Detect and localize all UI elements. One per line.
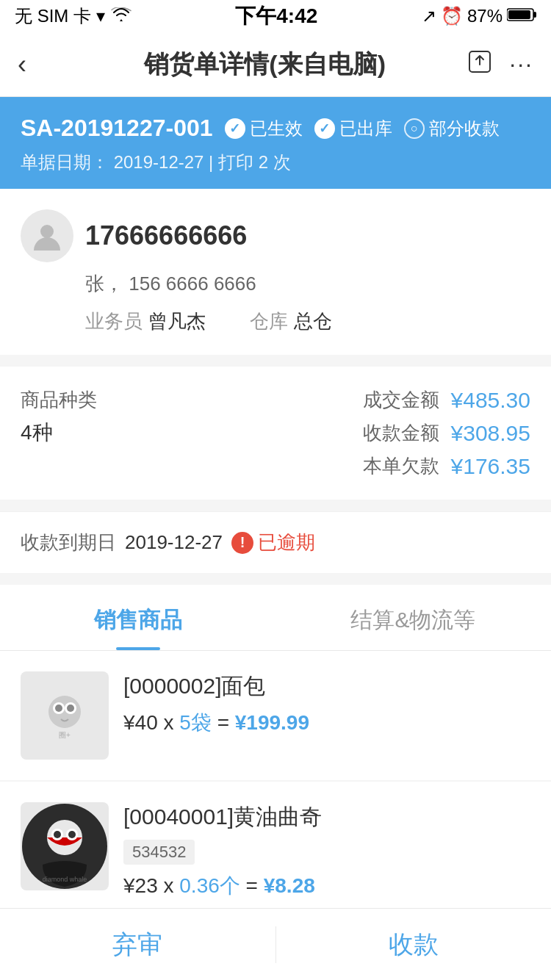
tab-settlement[interactable]: 结算&物流等 <box>276 585 551 650</box>
battery-text: 87% <box>467 6 503 26</box>
status-text-1: 已生效 <box>250 117 303 140</box>
deal-amount-row: 成交金额 ¥485.30 <box>363 387 530 413</box>
received-amount-row: 收款金额 ¥308.95 <box>363 420 530 446</box>
received-amount-label: 收款金额 <box>363 420 439 446</box>
battery-icon <box>507 6 536 26</box>
sim-text: 无 SIM 卡 ▾ <box>15 4 105 28</box>
warehouse-meta: 仓库 总仓 <box>250 309 332 334</box>
status-badge-active: ✓ 已生效 <box>225 117 303 140</box>
product-image-2: diamond whale <box>21 802 109 890</box>
product-types-value: 4种 <box>21 419 97 447</box>
wifi-icon <box>111 6 132 26</box>
product-qty-2: 0.36个 <box>179 874 240 897</box>
received-amount-value: ¥308.95 <box>451 421 530 446</box>
customer-row: 17666666666 <box>21 209 530 262</box>
order-date-row: 单据日期： 2019-12-27 | 打印 2 次 <box>21 151 530 174</box>
customer-avatar <box>21 209 73 262</box>
product-total-2: ¥8.28 <box>264 874 315 897</box>
debt-amount-label: 本单欠款 <box>363 453 439 479</box>
alarm-icon: ⏰ <box>441 6 463 26</box>
debt-amount-row: 本单欠款 ¥176.35 <box>363 453 530 479</box>
status-left: 无 SIM 卡 ▾ <box>15 4 132 28</box>
sales-label: 业务员 <box>85 309 143 334</box>
sales-name: 曾凡杰 <box>148 309 206 334</box>
product-name-1: [0000002]面包 <box>123 671 530 702</box>
product-item-1: 圈+ [0000002]面包 ¥40 x 5袋 = ¥199.99 <box>0 651 551 780</box>
cancel-button[interactable]: 弃审 <box>0 909 276 980</box>
product-name-2: [00040001]黄油曲奇 <box>123 802 530 832</box>
order-id: SA-20191227-001 <box>21 115 213 142</box>
overdue-badge: ! 已逾期 <box>231 530 315 555</box>
svg-rect-2 <box>508 10 530 19</box>
svg-point-8 <box>55 705 62 712</box>
check-icon-1: ✓ <box>225 118 245 139</box>
nav-bar: ‹ 销货单详情(来自电脑) ··· <box>0 32 551 97</box>
product-item-2: diamond whale [00040001]黄油曲奇 534532 ¥23 … <box>0 782 551 920</box>
order-header: SA-20191227-001 ✓ 已生效 ✓ 已出库 ○ 部分收款 单据日期：… <box>0 97 551 189</box>
svg-point-5 <box>48 696 81 728</box>
customer-name: 17666666666 <box>85 220 247 251</box>
product-types-label: 商品种类 <box>21 387 97 413</box>
product-list: 圈+ [0000002]面包 ¥40 x 5袋 = ¥199.99 <box>0 651 551 920</box>
check-icon-2: ✓ <box>314 118 335 139</box>
product-info-2: [00040001]黄油曲奇 534532 ¥23 x 0.36个 = ¥8.2… <box>123 802 530 900</box>
back-button[interactable]: ‹ <box>18 49 62 80</box>
product-price-1: ¥40 x <box>123 711 179 734</box>
status-right: ↗ ⏰ 87% <box>422 6 536 26</box>
product-qty-1: 5袋 <box>179 711 212 734</box>
product-equals-2: = <box>246 874 264 897</box>
overdue-section: 收款到期日 2019-12-27 ! 已逾期 <box>0 511 551 573</box>
svg-point-15 <box>54 831 61 838</box>
product-total-1: ¥199.99 <box>235 711 309 734</box>
tabs-row: 销售商品 结算&物流等 <box>0 585 551 651</box>
warehouse-label: 仓库 <box>250 309 288 334</box>
debt-amount-value: ¥176.35 <box>451 454 530 479</box>
svg-rect-1 <box>533 12 536 18</box>
clock-icon: ○ <box>404 118 425 139</box>
warehouse-name: 总仓 <box>294 309 332 334</box>
product-types: 商品种类 4种 <box>21 387 97 447</box>
svg-point-4 <box>40 225 54 238</box>
status-text-3: 部分收款 <box>429 117 500 140</box>
amounts-section: 商品种类 4种 成交金额 ¥485.30 收款金额 ¥308.95 本单欠款 ¥… <box>0 367 551 500</box>
order-date: 2019-12-27 <box>114 152 204 172</box>
order-date-label: 单据日期： <box>21 152 109 172</box>
deal-amount-value: ¥485.30 <box>451 388 530 413</box>
status-badge-shipped: ✓ 已出库 <box>314 117 392 140</box>
product-info-1: [0000002]面包 ¥40 x 5袋 = ¥199.99 <box>123 671 530 737</box>
deal-amount-label: 成交金额 <box>363 387 439 413</box>
tabs-section: 销售商品 结算&物流等 <box>0 585 551 651</box>
tab-sales-products[interactable]: 销售商品 <box>0 585 276 650</box>
svg-point-9 <box>67 705 74 712</box>
overdue-icon: ! <box>231 532 253 554</box>
status-bar: 无 SIM 卡 ▾ 下午4:42 ↗ ⏰ 87% <box>0 0 551 32</box>
confirm-button[interactable]: 收款 <box>276 909 552 980</box>
more-button[interactable]: ··· <box>509 51 533 78</box>
svg-text:圈+: 圈+ <box>59 731 71 739</box>
product-price-row-1: ¥40 x 5袋 = ¥199.99 <box>123 709 530 737</box>
overdue-text: 已逾期 <box>258 530 315 555</box>
overdue-label: 收款到期日 <box>21 530 116 555</box>
overdue-date: 2019-12-27 <box>125 531 223 554</box>
product-image-1: 圈+ <box>21 671 109 760</box>
product-equals-1: = <box>217 711 235 734</box>
product-price-row-2: ¥23 x 0.36个 = ¥8.28 <box>123 872 530 900</box>
customer-meta: 业务员 曾凡杰 仓库 总仓 <box>85 309 530 334</box>
amounts-right: 成交金额 ¥485.30 收款金额 ¥308.95 本单欠款 ¥176.35 <box>363 387 530 479</box>
product-price-2: ¥23 x <box>123 874 179 897</box>
bottom-bar: 弃审 收款 <box>0 908 551 980</box>
product-sku-2: 534532 <box>123 840 195 865</box>
share-button[interactable] <box>468 50 491 79</box>
svg-text:diamond whale: diamond whale <box>43 876 87 883</box>
status-text-2: 已出库 <box>339 117 392 140</box>
print-info: | 打印 2 次 <box>209 152 291 172</box>
status-badge-partial: ○ 部分收款 <box>404 117 500 140</box>
svg-point-16 <box>68 831 76 838</box>
customer-section: 17666666666 张， 156 6666 6666 业务员 曾凡杰 仓库 … <box>0 189 551 355</box>
status-time: 下午4:42 <box>235 2 317 30</box>
sales-meta: 业务员 曾凡杰 <box>85 309 206 334</box>
customer-contact: 张， 156 6666 6666 <box>85 271 530 297</box>
order-id-row: SA-20191227-001 ✓ 已生效 ✓ 已出库 ○ 部分收款 <box>21 115 530 142</box>
location-icon: ↗ <box>422 6 436 26</box>
nav-actions: ··· <box>468 50 533 79</box>
